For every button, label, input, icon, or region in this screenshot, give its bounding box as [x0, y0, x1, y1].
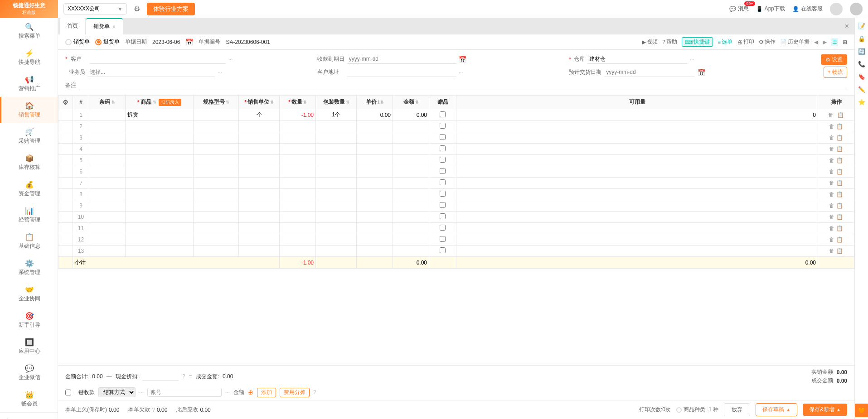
- setting-button[interactable]: ⚙ 设置: [821, 54, 847, 65]
- abandon-button[interactable]: 放弃: [724, 403, 750, 416]
- message-btn[interactable]: 💬 消息 99+: [729, 5, 749, 13]
- customer-addr-input[interactable]: [347, 67, 456, 77]
- video-btn[interactable]: ▶ 视频: [642, 38, 658, 46]
- sidebar-item-search[interactable]: 🔍 搜索菜单: [0, 18, 58, 44]
- sidebar-item-sales[interactable]: 🏠 销售管理: [0, 97, 58, 123]
- gift-checkbox-10[interactable]: [440, 213, 446, 219]
- settle-method-select[interactable]: 结算方式: [98, 387, 136, 397]
- cell-gift-1[interactable]: [429, 109, 456, 121]
- sidebar-gear-icon[interactable]: ⚙: [5, 417, 11, 419]
- sidebar-item-base[interactable]: 📋 基础信息: [0, 228, 58, 255]
- warehouse-dots[interactable]: ···: [690, 56, 694, 63]
- company-select[interactable]: XXXXXX公司 ▼: [63, 3, 127, 14]
- rp-star-icon[interactable]: ⭐: [856, 96, 868, 108]
- trial-button[interactable]: 体验行业方案: [147, 3, 195, 15]
- avatar[interactable]: [830, 3, 843, 15]
- help-btn[interactable]: ? 帮助: [662, 38, 677, 46]
- expected-date-cal-icon[interactable]: 📅: [698, 69, 705, 76]
- save-new-button[interactable]: 保存&新增 ▲: [803, 404, 847, 416]
- prev-btn[interactable]: ◀: [814, 39, 818, 45]
- gift-checkbox-6[interactable]: [440, 168, 446, 174]
- one-click-pay-check[interactable]: [65, 390, 71, 395]
- tab-home[interactable]: 首页: [60, 18, 85, 34]
- sidebar-item-system[interactable]: ⚙️ 系统管理: [0, 255, 58, 281]
- sidebar-item-enterprise[interactable]: 🤝 企业协同: [0, 281, 58, 307]
- th-settings[interactable]: ⚙: [58, 96, 73, 109]
- sidebar-item-appstore[interactable]: 🔲 应用中心: [0, 333, 58, 360]
- gift-checkbox-2[interactable]: [440, 123, 446, 129]
- tab-sales-order[interactable]: 销货单 ×: [86, 18, 123, 34]
- rp-pencil-icon[interactable]: ✏️: [856, 83, 868, 95]
- next-btn[interactable]: ▶: [823, 39, 827, 45]
- one-click-pay-checkbox[interactable]: 一键收款: [65, 389, 95, 396]
- history-btn[interactable]: 📄 历史单据: [780, 38, 810, 46]
- radio-return[interactable]: 退货单: [95, 38, 120, 46]
- sidebar-item-inventory[interactable]: 📦 库存核算: [0, 149, 58, 176]
- payment-due-input[interactable]: [347, 54, 456, 64]
- expense-btn[interactable]: 费用分摊: [280, 388, 310, 397]
- add-button[interactable]: 添加: [257, 388, 276, 397]
- calendar-icon[interactable]: 📅: [185, 39, 193, 46]
- sidebar-item-purchase[interactable]: 🛒 采购管理: [0, 123, 58, 149]
- app-download-btn[interactable]: 📱 App下载: [756, 5, 785, 13]
- gear-button[interactable]: ⚙: [131, 3, 143, 15]
- delete-btn-1[interactable]: 🗑: [828, 112, 834, 118]
- list-view-btn[interactable]: ☰: [831, 38, 838, 46]
- cell-qty-1[interactable]: -1.00: [280, 109, 316, 121]
- cell-spec-1[interactable]: [194, 109, 239, 121]
- expected-date-input[interactable]: [604, 67, 695, 77]
- sidebar-item-member[interactable]: 👑 畅会员: [0, 386, 58, 412]
- gift-checkbox-4[interactable]: [440, 145, 446, 151]
- cell-unit-1[interactable]: 个: [239, 109, 280, 121]
- cell-amount-1[interactable]: 0.00: [393, 109, 429, 121]
- gift-checkbox-11[interactable]: [440, 225, 446, 231]
- rp-lock-icon[interactable]: 🔒: [856, 33, 868, 44]
- select-btn[interactable]: ≡ 选单: [718, 38, 732, 46]
- salesperson-dots[interactable]: ···: [218, 69, 222, 76]
- gift-checkbox-9[interactable]: [440, 202, 446, 208]
- rp-edit-icon[interactable]: 📝: [856, 20, 868, 32]
- payment-due-cal-icon[interactable]: 📅: [459, 56, 466, 63]
- account-dots[interactable]: ···: [225, 389, 230, 395]
- save-draft-button[interactable]: 保存草稿 ▲: [756, 403, 797, 416]
- gift-checkbox-3[interactable]: [440, 134, 446, 140]
- customer-input[interactable]: [90, 54, 226, 64]
- sidebar-item-operations[interactable]: 📊 经营管理: [0, 202, 58, 228]
- sidebar-item-quick-nav[interactable]: ⚡ 快捷导航: [0, 44, 58, 71]
- rp-orange-btn[interactable]: 🧡: [855, 404, 868, 417]
- radio-sale[interactable]: 销货单: [65, 38, 90, 46]
- operate-btn[interactable]: ⚙ 操作: [759, 38, 776, 46]
- scan-button[interactable]: 扫码录入: [159, 99, 181, 106]
- print-btn[interactable]: 🖨 打印: [737, 38, 754, 46]
- cell-pkg-1[interactable]: 1个: [316, 109, 357, 121]
- rp-phone-icon[interactable]: 📞: [856, 58, 868, 70]
- rp-refresh-icon[interactable]: 🔄: [856, 45, 868, 57]
- gift-checkbox-12[interactable]: [440, 236, 446, 242]
- grid-view-btn[interactable]: ⊞: [843, 39, 847, 45]
- gift-checkbox-13[interactable]: [440, 247, 446, 253]
- cell-op-1[interactable]: 🗑 📋: [818, 109, 854, 121]
- shortcut-btn[interactable]: ⌨ 快捷键: [682, 37, 713, 47]
- online-service-btn[interactable]: 👤 在线客服: [792, 5, 823, 13]
- tab-close-icon[interactable]: ×: [112, 24, 116, 30]
- sidebar-collapse-icon[interactable]: ◀: [15, 417, 20, 419]
- cell-barcode-1[interactable]: [89, 109, 126, 121]
- wuliu-button[interactable]: + 物流: [824, 67, 847, 78]
- gift-checkbox-7[interactable]: [440, 179, 446, 185]
- salesperson-input[interactable]: [88, 67, 215, 77]
- sidebar-item-guide[interactable]: 🎯 新手引导: [0, 307, 58, 333]
- account-input[interactable]: [147, 388, 222, 397]
- sidebar-item-marketing[interactable]: 📢 营销推广: [0, 71, 58, 97]
- warehouse-input[interactable]: [587, 54, 687, 64]
- sidebar-item-wechat[interactable]: 💬 企业微信: [0, 360, 58, 386]
- cell-product-1[interactable]: 拆贡: [126, 109, 194, 121]
- remarks-input[interactable]: [79, 81, 847, 90]
- gift-checkbox-5[interactable]: [440, 157, 446, 163]
- sidebar-item-finance[interactable]: 💰 资金管理: [0, 176, 58, 202]
- gift-checkbox-8[interactable]: [440, 191, 446, 197]
- gift-checkbox-1[interactable]: [440, 111, 446, 117]
- cell-price-1[interactable]: 0.00: [357, 109, 393, 121]
- close-window-btn[interactable]: ×: [841, 22, 853, 30]
- settle-dots[interactable]: ···: [139, 389, 144, 395]
- copy-btn-1[interactable]: 📋: [837, 112, 844, 118]
